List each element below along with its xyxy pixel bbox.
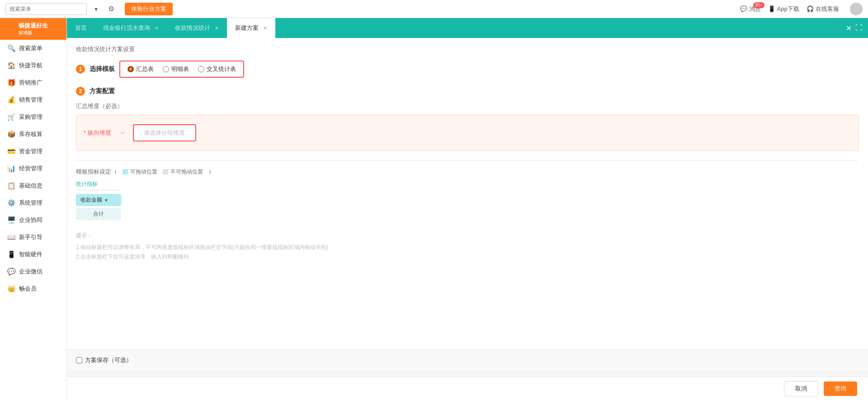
- step1-label: 选择模板: [90, 65, 115, 73]
- query-button[interactable]: 查询: [824, 381, 857, 396]
- header-search-area: ▾ ⚙ 体验行业方案: [5, 3, 173, 15]
- service-icon: 🎧: [807, 5, 814, 12]
- sidebar-item-label: 新手引导: [19, 233, 42, 241]
- tab-new-plan-label: 新建方案: [235, 24, 259, 32]
- sidebar-item-sales[interactable]: 💰 销售管理: [0, 91, 66, 108]
- step2-badge: 2: [76, 87, 85, 96]
- footer-bar: 取消 查询: [67, 376, 868, 400]
- trial-button[interactable]: 体验行业方案: [125, 3, 173, 15]
- sidebar-item-search-menu[interactable]: 🔍 搜索菜单: [0, 40, 66, 57]
- tab-new-plan-close[interactable]: ✕: [263, 25, 267, 31]
- page-title: 收款情况统计方案设置: [76, 45, 859, 53]
- sidebar-item-beginner[interactable]: 📖 新手引导: [0, 229, 66, 246]
- sidebar-item-label: 营销推广: [19, 79, 42, 87]
- cancel-button[interactable]: 取消: [784, 381, 818, 396]
- sidebar-item-marketing[interactable]: 🎁 营销推广: [0, 74, 66, 91]
- dimension-arrow-icon: →: [118, 129, 126, 137]
- tab-receipts-stat-label: 收款情况统计: [175, 24, 210, 32]
- tab-receipts-stat-close[interactable]: ✕: [215, 25, 219, 31]
- sidebar-item-label: 销售管理: [19, 96, 42, 104]
- chart-icon: 📊: [7, 165, 15, 173]
- legend-draggable-dot: [123, 169, 128, 174]
- sales-icon: 💰: [7, 96, 15, 104]
- content-inner: 收款情况统计方案设置 1 选择模板 汇总表: [67, 38, 868, 349]
- sidebar-item-system[interactable]: ⚙️ 系统管理: [0, 194, 66, 212]
- app-download-item[interactable]: 📱 App下载: [768, 5, 799, 13]
- sidebar-item-label: 经营管理: [19, 165, 42, 173]
- step2-header: 2 方案配置: [76, 87, 859, 96]
- tab-bank-flow[interactable]: 现金银行流水查询 ✕: [95, 18, 167, 38]
- option-cross[interactable]: 交叉统计表: [198, 65, 236, 73]
- sidebar-item-member[interactable]: 👑 畅会员: [0, 280, 66, 297]
- sidebar-item-label: 库存核算: [19, 130, 42, 138]
- dimension-selector[interactable]: 请选择分组维度: [133, 124, 196, 141]
- notification-badge: 99+: [753, 2, 764, 8]
- cart-icon: 🛒: [7, 113, 15, 121]
- sidebar-item-enterprise-collab[interactable]: 🖥️ 企业协同: [0, 212, 66, 229]
- sidebar-item-label: 畅会员: [19, 285, 37, 293]
- option-detail-label: 明细表: [171, 65, 189, 73]
- collab-icon: 🖥️: [7, 216, 15, 224]
- legend-suffix: ）: [208, 168, 214, 176]
- tab-receipts-stat[interactable]: 收款情况统计 ✕: [167, 18, 227, 38]
- avatar[interactable]: [850, 3, 863, 15]
- box-icon: 📦: [7, 130, 15, 138]
- tab-close-btn[interactable]: ✕: [846, 24, 852, 33]
- search-input[interactable]: [5, 3, 87, 15]
- radio-detail[interactable]: [163, 66, 169, 72]
- gift-icon: 🎁: [7, 79, 15, 87]
- sidebar-item-operations[interactable]: 📊 经营管理: [0, 160, 66, 177]
- option-cross-label: 交叉统计表: [207, 65, 236, 73]
- tab-expand-btn[interactable]: ⛶: [855, 24, 863, 32]
- option-detail[interactable]: 明细表: [163, 65, 189, 73]
- crown-icon: 👑: [7, 285, 15, 293]
- save-option[interactable]: 方案保存（可选）: [76, 356, 859, 364]
- online-service-item[interactable]: 🎧 在线客服: [807, 5, 839, 13]
- metrics-tag-receipts[interactable]: 收款金额 ▾: [76, 194, 121, 206]
- tab-home[interactable]: 首页: [67, 18, 95, 38]
- legend-nondraggable: 不可拖动位置: [163, 168, 203, 176]
- sidebar-item-smart-hw[interactable]: 📱 智能硬件: [0, 246, 66, 263]
- divider: [76, 160, 859, 160]
- dropdown-icon[interactable]: ▾: [105, 197, 108, 203]
- template-options-box: 汇总表 明细表 交叉统计表: [119, 61, 244, 78]
- main: 首页 现金银行流水查询 ✕ 收款情况统计 ✕ 新建方案 ✕ ✕ ⛶ 收款情况统计…: [67, 18, 868, 400]
- save-checkbox[interactable]: [76, 357, 82, 363]
- dimension-row: * 纵向维度 → 请选择分组维度: [84, 124, 851, 141]
- radio-cross[interactable]: [198, 66, 204, 72]
- metrics-subtag-total: 合计: [76, 208, 121, 220]
- gear-icon: ⚙️: [7, 199, 15, 207]
- tab-new-plan[interactable]: 新建方案 ✕: [227, 18, 275, 38]
- radio-summary[interactable]: [127, 66, 134, 72]
- option-summary[interactable]: 汇总表: [127, 65, 154, 73]
- notification-item[interactable]: 💬 消息 99+: [740, 5, 761, 13]
- sidebar-item-basic-info[interactable]: 📋 基础信息: [0, 177, 66, 194]
- tips-section: 提示： 1.拖动标题栏可以调整布局，不可跨维度或指标区域拖动栏目字段(只能在同一…: [76, 231, 859, 262]
- header-gear-btn[interactable]: ⚙: [105, 3, 118, 15]
- metrics-col-label: 统计指标: [76, 180, 121, 190]
- config-section: 汇总维度（必选） * 纵向维度 → 请选择分组维度: [76, 102, 859, 262]
- sidebar-item-label: 采购管理: [19, 113, 42, 121]
- notification-icon: 💬: [740, 5, 747, 12]
- step1-section: 1 选择模板 汇总表 明细表: [76, 61, 859, 78]
- step2-label: 方案配置: [90, 87, 115, 95]
- option-summary-label: 汇总表: [136, 65, 154, 73]
- sidebar-item-quick-nav[interactable]: 🏠 快捷导航: [0, 57, 66, 74]
- sidebar-item-purchase[interactable]: 🛒 采购管理: [0, 108, 66, 126]
- metrics-col: 统计指标 收款金额 ▾ 合计: [76, 180, 121, 222]
- app-icon: 📱: [768, 5, 775, 12]
- legend-draggable: 可拖动位置: [123, 168, 157, 176]
- sidebar-item-wechat[interactable]: 💬 企业微信: [0, 263, 66, 280]
- metrics-content: 统计指标 收款金额 ▾ 合计: [76, 180, 859, 222]
- tab-bank-flow-close[interactable]: ✕: [155, 25, 159, 31]
- wechat-icon: 💬: [7, 268, 15, 276]
- sidebar-item-inventory[interactable]: 📦 库存核算: [0, 126, 66, 143]
- logo-sub: 标准版: [19, 30, 48, 36]
- legend-nondraggable-label: 不可拖动位置: [170, 168, 203, 176]
- sidebar-item-finance[interactable]: 💳 资金管理: [0, 143, 66, 160]
- legend-nondraggable-dot: [163, 169, 168, 174]
- header-dropdown-btn[interactable]: ▾: [90, 4, 101, 14]
- sidebar-item-label: 企业协同: [19, 216, 42, 224]
- page-content: 收款情况统计方案设置 1 选择模板 汇总表: [67, 38, 868, 376]
- metrics-tag-label: 收款金额: [80, 196, 102, 204]
